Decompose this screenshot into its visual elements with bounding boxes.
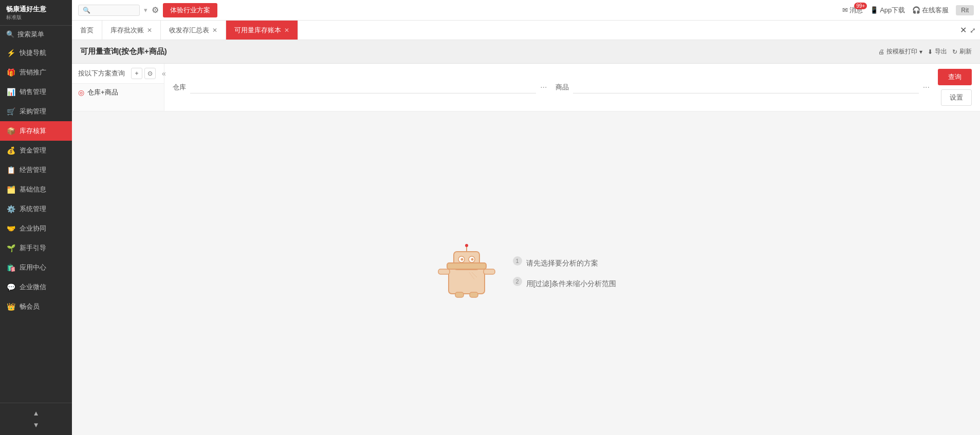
sidebar-item-label: 企业微信: [20, 282, 46, 292]
tab-available-label: 可用量库存账本: [234, 26, 281, 35]
filter-label: 按以下方案查询: [78, 69, 125, 78]
filter-row: 按以下方案查询 + ⊙ «: [72, 64, 164, 84]
marketing-icon: 🎁: [6, 68, 15, 77]
warehouse-input[interactable]: [190, 81, 536, 93]
sidebar-item-label: 库存核算: [20, 126, 46, 136]
finance-icon: 💰: [6, 146, 15, 155]
refresh-label: 刷新: [959, 47, 972, 56]
svg-point-5: [471, 258, 473, 261]
sidebar-item-sales[interactable]: 📊 销售管理: [0, 82, 72, 102]
scheme-panel: 按以下方案查询 + ⊙ « ◎ 仓库+商品: [72, 64, 164, 111]
step-1-text: 请先选择要分析的方案: [526, 256, 598, 270]
svg-rect-8: [447, 263, 486, 269]
sidebar-item-appstore[interactable]: 🛍️ 应用中心: [0, 258, 72, 277]
tab-batch[interactable]: 库存批次账 ✕: [102, 21, 161, 40]
close-all-tabs-button[interactable]: ✕: [960, 25, 967, 35]
refresh-icon: ↻: [952, 48, 957, 55]
tab-batch-close[interactable]: ✕: [147, 27, 152, 34]
scheme-item-warehouse-goods[interactable]: ◎ 仓库+商品: [72, 84, 164, 101]
goods-label: 商品: [556, 83, 569, 92]
sidebar-item-operation[interactable]: 📋 经营管理: [0, 160, 72, 180]
warehouse-label: 仓库: [173, 83, 186, 92]
guide-icon: 🌱: [6, 244, 15, 252]
tab-home-label: 首页: [80, 26, 94, 35]
sidebar-item-system[interactable]: ⚙️ 系统管理: [0, 199, 72, 219]
query-button[interactable]: 查询: [938, 69, 972, 85]
warehouse-field: 仓库 ···: [173, 81, 547, 93]
sidebar-item-quicknav[interactable]: ⚡ 快捷导航: [0, 43, 72, 63]
settings-scheme-button[interactable]: ⊙: [144, 68, 156, 79]
sidebar-item-label: 应用中心: [20, 263, 46, 272]
sidebar-item-label: 销售管理: [20, 87, 46, 97]
notification-badge: 99+: [854, 3, 867, 9]
user-menu[interactable]: Rit: [956, 5, 974, 15]
svg-point-4: [460, 258, 463, 261]
tab-available-close[interactable]: ✕: [284, 27, 289, 34]
service-label: 在线客服: [922, 6, 949, 15]
tab-home[interactable]: 首页: [72, 21, 102, 40]
print-button[interactable]: 🖨 按模板打印 ▾: [878, 47, 922, 56]
sidebar-item-inventory[interactable]: 📦 库存核算: [0, 121, 72, 141]
tab-batch-label: 库存批次账: [110, 26, 144, 35]
purchase-icon: 🛒: [6, 107, 15, 116]
topbar: 🔍 ▾ ⚙ 体验行业方案 ✉ 消息 99+ 📱 App下载 🎧 在线客服 Rit: [72, 0, 980, 21]
system-icon: ⚙️: [6, 205, 15, 213]
sidebar-item-enterprise[interactable]: 🤝 企业协同: [0, 219, 72, 238]
print-icon: 🖨: [878, 48, 884, 55]
filter-area: 按以下方案查询 + ⊙ « ◎ 仓库+商品 仓库 ··· 商品: [72, 64, 980, 111]
sidebar-item-basics[interactable]: 🗂️ 基础信息: [0, 180, 72, 199]
brand-name: 畅康通好生意: [6, 5, 66, 14]
sales-icon: 📊: [6, 88, 15, 96]
goods-more-button[interactable]: ···: [923, 83, 930, 92]
scheme-icon: ◎: [78, 88, 84, 97]
inventory-icon: 📦: [6, 127, 15, 135]
add-scheme-button[interactable]: +: [131, 68, 142, 79]
svg-rect-11: [455, 292, 464, 297]
page-title: 可用量查询(按仓库+商品): [80, 47, 878, 56]
notification-button[interactable]: ✉ 消息 99+: [842, 6, 863, 15]
trial-button[interactable]: 体验行业方案: [163, 3, 217, 17]
expand-button[interactable]: ⤢: [970, 26, 976, 34]
sidebar-item-label: 企业协同: [20, 224, 46, 233]
sidebar-item-label: 营销推广: [20, 68, 46, 77]
svg-rect-12: [470, 292, 478, 297]
sidebar-item-finance[interactable]: 💰 资金管理: [0, 141, 72, 160]
tabbar: 首页 库存批次账 ✕ 收发存汇总表 ✕ 可用量库存账本 ✕ ✕ ⤢: [72, 21, 980, 40]
tab-available[interactable]: 可用量库存账本 ✕: [226, 21, 298, 40]
topbar-dropdown-icon[interactable]: ▾: [144, 6, 147, 14]
export-icon: ⬇: [928, 48, 933, 55]
sidebar-item-member[interactable]: 👑 畅会员: [0, 297, 72, 316]
sidebar-item-label: 快捷导航: [20, 48, 46, 58]
export-button[interactable]: ⬇ 导出: [928, 47, 947, 56]
sidebar-item-wechat[interactable]: 💬 企业微信: [0, 277, 72, 297]
sidebar-item-purchase[interactable]: 🛒 采购管理: [0, 102, 72, 121]
svg-point-7: [465, 244, 468, 247]
goods-input[interactable]: [573, 81, 919, 93]
search-icon: 🔍: [6, 30, 14, 38]
sidebar-scroll-down[interactable]: ▼: [6, 419, 66, 431]
topbar-gear-icon[interactable]: ⚙: [152, 5, 159, 15]
sidebar-item-label: 资金管理: [20, 146, 46, 155]
sidebar-item-marketing[interactable]: 🎁 营销推广: [0, 63, 72, 82]
filter-fields-area: 仓库 ··· 商品 ··· 查询 设置: [164, 64, 980, 111]
tab-summary[interactable]: 收发存汇总表 ✕: [161, 21, 226, 40]
sidebar-search[interactable]: 🔍 搜索菜单: [0, 26, 72, 43]
tabbar-end: ✕ ⤢: [956, 21, 980, 40]
online-service-button[interactable]: 🎧 在线客服: [912, 6, 949, 15]
app-download-button[interactable]: 📱 App下载: [870, 6, 905, 15]
refresh-button[interactable]: ↻ 刷新: [952, 47, 972, 56]
topbar-search[interactable]: 🔍: [78, 5, 140, 16]
empty-step-2: 2 用[过滤]条件来缩小分析范围: [513, 276, 617, 291]
quicknav-icon: ⚡: [6, 49, 15, 57]
settings-button[interactable]: 设置: [941, 89, 972, 106]
empty-state: 1 请先选择要分析的方案 2 用[过滤]条件来缩小分析范围: [72, 111, 980, 435]
enterprise-icon: 🤝: [6, 224, 15, 233]
sidebar-item-label: 基础信息: [20, 185, 46, 194]
print-dropdown-icon[interactable]: ▾: [919, 48, 922, 55]
tab-summary-close[interactable]: ✕: [212, 27, 217, 34]
svg-rect-9: [438, 269, 450, 274]
warehouse-more-button[interactable]: ···: [540, 83, 547, 92]
sidebar-nav: ⚡ 快捷导航 🎁 营销推广 📊 销售管理 🛒 采购管理 📦 库存核算 💰 资金管…: [0, 43, 72, 403]
sidebar-scroll-up[interactable]: ▲: [6, 407, 66, 419]
sidebar-item-guide[interactable]: 🌱 新手引导: [0, 238, 72, 258]
